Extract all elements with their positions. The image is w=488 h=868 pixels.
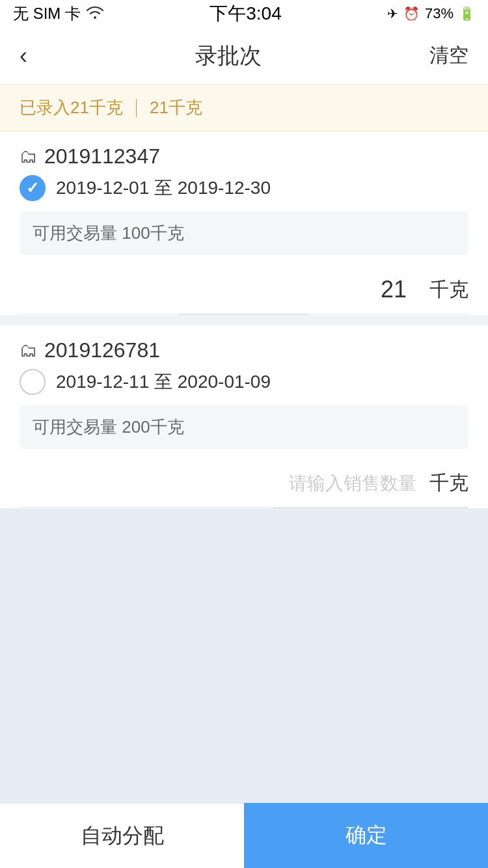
battery-text: 73% — [425, 5, 454, 22]
battery-icon: 🔋 — [459, 6, 475, 21]
batch-2-separator — [273, 508, 468, 508]
back-button[interactable]: ‹ — [20, 42, 27, 70]
batch-2-amount-row: 请输入销售数量 千克 — [20, 459, 468, 508]
confirm-button[interactable]: 确定 — [244, 803, 488, 868]
batch-1-id: 2019112347 — [44, 144, 160, 169]
batch-2-doc-icon: 🗂 — [20, 340, 38, 361]
batch-2-id: 2019126781 — [44, 338, 160, 362]
batch-1-avail-text: 可用交易量 100千克 — [33, 223, 184, 243]
batch-1-unit: 千克 — [429, 277, 468, 303]
batch-1-radio[interactable] — [20, 175, 46, 201]
batch-1-separator — [179, 314, 309, 315]
batch-card-2: 🗂 2019126781 2019-12-11 至 2020-01-09 可用交… — [0, 325, 488, 508]
batch-2-amount-placeholder: 请输入销售数量 — [20, 471, 416, 496]
page-title: 录批次 — [195, 41, 262, 71]
batch-2-unit: 千克 — [429, 470, 468, 496]
batch-1-doc-icon: 🗂 — [20, 146, 38, 167]
no-sim-text: 无 SIM 卡 — [13, 3, 81, 24]
status-bar: 无 SIM 卡 下午3:04 ✈ ⏰ 73% 🔋 — [0, 0, 488, 27]
batch-2-date-range: 2019-12-11 至 2020-01-09 — [56, 370, 271, 394]
recorded-amount-label: 已录入21千克 — [20, 96, 123, 119]
batch-1-header: 🗂 2019112347 — [20, 144, 468, 169]
batch-2-avail-row: 可用交易量 200千克 — [20, 405, 468, 449]
batch-2-avail-text: 可用交易量 200千克 — [33, 417, 184, 437]
empty-area — [0, 508, 488, 834]
batch-2-header: 🗂 2019126781 — [20, 338, 468, 362]
wifi-icon — [86, 5, 104, 23]
batch-1-date-row: 2019-12-01 至 2019-12-30 — [20, 175, 468, 201]
recorded-amount-value: 21千克 — [150, 96, 202, 119]
location-icon: ✈ — [387, 6, 398, 21]
batch-1-amount-input[interactable] — [338, 276, 416, 303]
status-right: ✈ ⏰ 73% 🔋 — [387, 5, 475, 22]
batch-1-avail-row: 可用交易量 100千克 — [20, 211, 468, 255]
status-left: 无 SIM 卡 — [13, 3, 104, 24]
status-time: 下午3:04 — [210, 1, 282, 26]
batch-1-amount-row: 千克 — [20, 265, 468, 314]
banner-divider — [136, 99, 137, 117]
batch-card-1: 🗂 2019112347 2019-12-01 至 2019-12-30 可用交… — [0, 131, 488, 315]
clear-button[interactable]: 清空 — [429, 42, 468, 69]
batch-2-radio[interactable] — [20, 369, 46, 395]
nav-bar: ‹ 录批次 清空 — [0, 27, 488, 85]
bottom-bar: 自动分配 确定 — [0, 803, 488, 868]
batch-2-date-row: 2019-12-11 至 2020-01-09 — [20, 369, 468, 395]
batch-1-date-range: 2019-12-01 至 2019-12-30 — [56, 176, 271, 200]
info-banner: 已录入21千克 21千克 — [0, 85, 488, 131]
auto-distribute-button[interactable]: 自动分配 — [0, 803, 244, 868]
alarm-icon: ⏰ — [403, 6, 420, 21]
